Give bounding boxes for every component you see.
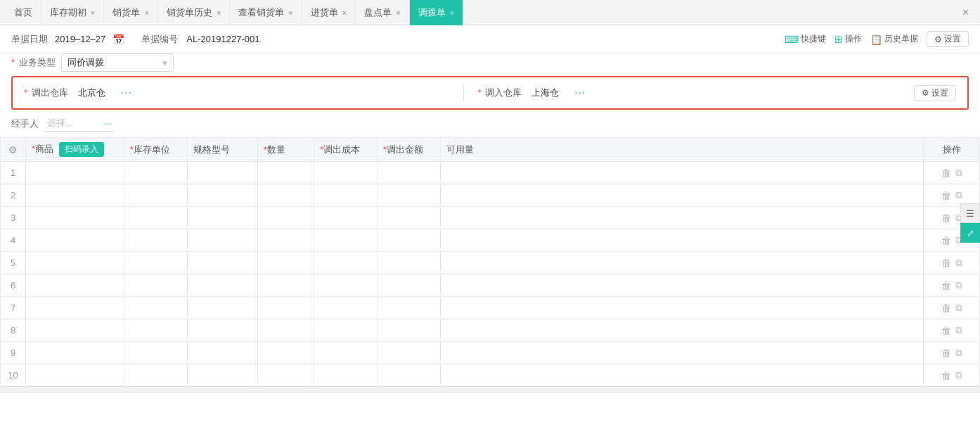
spec-cell[interactable]	[188, 319, 258, 342]
qty-cell[interactable]	[258, 252, 314, 274]
product-cell[interactable]	[26, 162, 124, 184]
table-gear-icon[interactable]: ⚙	[8, 144, 18, 155]
qty-cell[interactable]	[258, 207, 314, 229]
amount-cell[interactable]	[378, 184, 441, 207]
qty-cell[interactable]	[258, 364, 314, 387]
copy-row-icon[interactable]: ⧉	[955, 189, 962, 201]
person-select[interactable]: 选择... ···	[44, 115, 115, 132]
amount-cell[interactable]	[378, 319, 441, 342]
right-list-btn[interactable]: ☰	[960, 203, 980, 223]
delete-row-icon[interactable]: 🗑	[941, 348, 951, 359]
delete-row-icon[interactable]: 🗑	[941, 370, 951, 381]
unit-cell[interactable]	[124, 229, 188, 252]
tab-sales-history[interactable]: 销货单历史 ×	[158, 0, 230, 25]
tab-purchase-order-close[interactable]: ×	[342, 8, 347, 17]
delete-row-icon[interactable]: 🗑	[941, 302, 951, 314]
product-cell[interactable]	[26, 342, 124, 364]
unit-cell[interactable]	[124, 297, 188, 319]
shortcuts-btn[interactable]: ⌨ 快捷键	[785, 33, 826, 45]
cost-cell[interactable]	[314, 319, 378, 342]
spec-cell[interactable]	[188, 162, 258, 184]
amount-cell[interactable]	[378, 274, 441, 297]
tab-sales-history-close[interactable]: ×	[217, 8, 221, 17]
qty-cell[interactable]	[258, 297, 314, 319]
cost-cell[interactable]	[314, 252, 378, 274]
product-cell[interactable]	[26, 274, 124, 297]
tab-sales-order[interactable]: 销货单 ×	[104, 0, 157, 25]
spec-cell[interactable]	[188, 229, 258, 252]
copy-row-icon[interactable]: ⧉	[955, 257, 962, 269]
unit-cell[interactable]	[124, 207, 188, 229]
qty-cell[interactable]	[258, 184, 314, 207]
bottom-scrollbar[interactable]	[0, 386, 980, 393]
tab-purchase-order[interactable]: 进货单 ×	[302, 0, 356, 25]
tab-inventory-check-close[interactable]: ×	[396, 8, 400, 17]
biz-type-select[interactable]: 同价调拨 ▾	[61, 53, 174, 72]
unit-cell[interactable]	[124, 274, 188, 297]
qty-cell[interactable]	[258, 229, 314, 252]
operations-btn[interactable]: ⊞ 操作	[834, 33, 862, 45]
unit-cell[interactable]	[124, 342, 188, 364]
qty-cell[interactable]	[258, 342, 314, 364]
cost-cell[interactable]	[314, 364, 378, 387]
amount-cell[interactable]	[378, 252, 441, 274]
spec-cell[interactable]	[188, 252, 258, 274]
spec-cell[interactable]	[188, 297, 258, 319]
tab-inventory-check[interactable]: 盘点单 ×	[356, 0, 409, 25]
delete-row-icon[interactable]: 🗑	[941, 280, 951, 291]
tab-view-sales[interactable]: 查看销货单 ×	[230, 0, 302, 25]
delete-row-icon[interactable]: 🗑	[941, 167, 951, 179]
product-cell[interactable]	[26, 229, 124, 252]
amount-cell[interactable]	[378, 297, 441, 319]
transfer-in-value[interactable]: 上海仓	[531, 87, 559, 99]
delete-row-icon[interactable]: 🗑	[941, 325, 951, 336]
copy-row-icon[interactable]: ⧉	[955, 324, 962, 336]
amount-cell[interactable]	[378, 229, 441, 252]
doc-date-value[interactable]: 2019–12–27	[55, 34, 105, 44]
amount-cell[interactable]	[378, 364, 441, 387]
tab-home[interactable]: 首页	[6, 0, 41, 25]
transfer-in-more[interactable]: ···	[574, 87, 586, 99]
qty-cell[interactable]	[258, 319, 314, 342]
tab-sales-order-close[interactable]: ×	[144, 8, 148, 17]
cost-cell[interactable]	[314, 342, 378, 364]
cost-cell[interactable]	[314, 229, 378, 252]
qty-cell[interactable]	[258, 162, 314, 184]
cost-cell[interactable]	[314, 207, 378, 229]
transfer-out-more[interactable]: ···	[121, 87, 132, 99]
right-expand-btn[interactable]: ⤢	[960, 223, 980, 243]
unit-cell[interactable]	[124, 184, 188, 207]
product-cell[interactable]	[26, 319, 124, 342]
product-cell[interactable]	[26, 364, 124, 387]
copy-row-icon[interactable]: ⧉	[955, 279, 962, 291]
cost-cell[interactable]	[314, 297, 378, 319]
delete-row-icon[interactable]: 🗑	[941, 212, 951, 224]
delete-row-icon[interactable]: 🗑	[941, 235, 951, 246]
calendar-icon[interactable]: 📅	[112, 34, 124, 45]
tab-transfer-order-close[interactable]: ×	[450, 8, 454, 17]
warehouse-settings-btn[interactable]: ⚙ 设置	[914, 85, 956, 101]
spec-cell[interactable]	[188, 207, 258, 229]
tab-inventory-init-close[interactable]: ×	[91, 8, 95, 17]
product-cell[interactable]	[26, 184, 124, 207]
unit-cell[interactable]	[124, 319, 188, 342]
product-cell[interactable]	[26, 207, 124, 229]
copy-row-icon[interactable]: ⧉	[955, 347, 962, 359]
copy-row-icon[interactable]: ⧉	[955, 302, 962, 314]
col-settings-header[interactable]: ⚙	[1, 138, 26, 162]
cost-cell[interactable]	[314, 274, 378, 297]
product-cell[interactable]	[26, 297, 124, 319]
copy-row-icon[interactable]: ⧉	[955, 369, 962, 381]
cost-cell[interactable]	[314, 162, 378, 184]
tab-transfer-order[interactable]: 调拨单 ×	[410, 0, 463, 25]
cost-cell[interactable]	[314, 184, 378, 207]
amount-cell[interactable]	[378, 207, 441, 229]
amount-cell[interactable]	[378, 342, 441, 364]
settings-btn[interactable]: ⚙ 设置	[927, 31, 969, 47]
close-all-tabs[interactable]: ×	[957, 6, 974, 19]
scan-btn[interactable]: 扫码录入	[59, 142, 104, 157]
product-cell[interactable]	[26, 252, 124, 274]
tab-inventory-init[interactable]: 库存期初 ×	[41, 0, 104, 25]
delete-row-icon[interactable]: 🗑	[941, 190, 951, 201]
unit-cell[interactable]	[124, 364, 188, 387]
